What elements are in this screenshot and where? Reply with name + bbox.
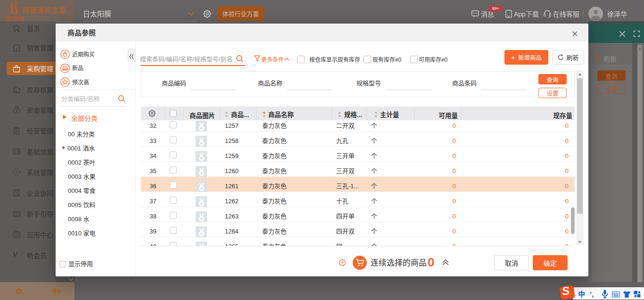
- svg-text:新: 新: [15, 212, 18, 216]
- svg-text:$: $: [16, 47, 18, 51]
- svg-text:¥: ¥: [16, 108, 18, 113]
- svg-text:?: ?: [341, 260, 344, 265]
